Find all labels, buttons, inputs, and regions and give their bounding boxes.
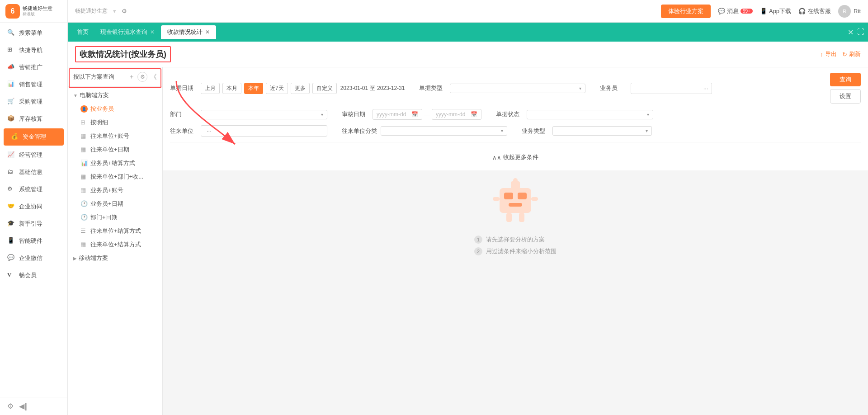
scheme-item-by-salesperson[interactable]: 👤 按业务员 [68, 102, 162, 116]
sidebar-nav: 🔍 搜索菜单 ⊞ 快捷导航 📣 营销推广 📊 销售管理 🛒 采购管理 📦 库存核… [0, 23, 67, 397]
sidebar-item-system[interactable]: ⚙ 系统管理 [0, 181, 67, 198]
scheme-item-label: 按业务员 [90, 105, 114, 113]
sidebar-item-tutorial[interactable]: 🎓 新手引导 [0, 215, 67, 232]
sidebar-item-marketing[interactable]: 📣 营销推广 [0, 59, 67, 76]
tab-expand-icon[interactable]: ⛶ [857, 28, 864, 36]
counterpart-input[interactable]: ··· [201, 125, 327, 137]
customer-service-area[interactable]: 🎧 在线客服 [798, 7, 831, 15]
date-filter-label: 单据日期 [170, 84, 197, 92]
scheme-item-salesperson-date[interactable]: 🕐 业务员+日期 [68, 197, 162, 211]
user-area[interactable]: R Rit [838, 5, 861, 18]
filter-panel: 单据日期 上月 本月 本年 近7天 更多 自定义 2023-01-01 [163, 67, 868, 170]
svg-rect-7 [493, 197, 500, 201]
collapse-filters-button[interactable]: ∧∧ 收起更多条件 [170, 150, 861, 165]
more-options-icon: ··· [703, 85, 708, 92]
notification-area[interactable]: 💬 消息 99+ [718, 7, 753, 15]
tab-cash-flow-close-icon[interactable]: ✕ [150, 29, 155, 35]
sidebar-item-member[interactable]: V 畅会员 [0, 267, 67, 284]
scheme-collapse-button[interactable]: 《 [150, 73, 157, 81]
scheme-settings-button[interactable]: ⚙ [137, 72, 147, 82]
svg-rect-4 [509, 203, 522, 207]
sidebar-item-inventory[interactable]: 📦 库存核算 [0, 110, 67, 127]
scheme-item-counterpart-account[interactable]: ▦ 往来单位+账号 [68, 129, 162, 143]
sidebar-item-label: 智能硬件 [19, 237, 42, 245]
scheme-item-by-detail[interactable]: ⊞ 按明细 [68, 116, 162, 129]
bottom-settings-icon[interactable]: ⚙ [7, 402, 14, 410]
date-dash-separator: — [424, 111, 430, 118]
scheme-item-label: 往来单位+结算方式 [90, 241, 141, 249]
scheme-item-counterpart-dept[interactable]: ▦ 按来单位+部门+收... [68, 170, 162, 184]
scheme-item-label: 业务员+账号 [90, 186, 123, 194]
scheme-item-label: 业务员+结算方式 [90, 159, 135, 167]
tab-collection-stats[interactable]: 收款情况统计 ✕ [161, 25, 216, 39]
filter-settings-button[interactable]: 设置 [830, 89, 861, 104]
date-btn-this-year[interactable]: 本年 [244, 83, 263, 94]
refresh-button[interactable]: ↻ 刷新 [842, 50, 861, 58]
query-button[interactable]: 查询 [830, 73, 861, 86]
review-date-inputs: yyyy-mm-dd 📅 — yyyy-mm-dd 📅 [373, 109, 481, 120]
corp-wechat-icon: 💬 [7, 254, 15, 262]
header-right: 体验行业方案 💬 消息 99+ 📱 App下载 🎧 在线客服 R Rit [661, 5, 861, 18]
sidebar-item-smart-hw[interactable]: 📱 智能硬件 [0, 232, 67, 250]
review-date-label: 审核日期 [342, 110, 369, 118]
sidebar-bottom: ⚙ ◀‖ [0, 397, 67, 415]
counterpart-filter: 往来单位 ··· [170, 125, 327, 137]
scheme-item-counterpart-settlement2[interactable]: ▦ 往来单位+结算方式 [68, 238, 162, 251]
finance-icon: 💰 [11, 133, 19, 141]
scheme-item-label: 往来单位+账号 [90, 132, 129, 140]
scheme-mobile-group: ▶ 移动端方案 [68, 251, 162, 265]
scheme-item-counterpart-date[interactable]: ▦ 往来单位+日期 [68, 143, 162, 156]
sidebar-item-finance[interactable]: 💰 资金管理 [4, 128, 64, 146]
tab-bar: 首页 现金银行流水查询 ✕ 收款情况统计 ✕ ✕ ⛶ [68, 23, 868, 42]
scheme-actions: ＋ ⚙ 《 [128, 72, 157, 82]
tab-cash-flow[interactable]: 现金银行流水查询 ✕ [94, 25, 161, 39]
main-content: 畅捷通好生意 ▾ ⚙ 体验行业方案 💬 消息 99+ 📱 App下载 🎧 在线客… [68, 0, 868, 415]
sidebar-item-label: 经营管理 [19, 151, 42, 159]
business-type-label: 业务类型 [522, 127, 549, 135]
tab-close-all-icon[interactable]: ✕ [848, 28, 854, 37]
tab-home[interactable]: 首页 [71, 28, 94, 36]
counterpart-category-select[interactable]: ▾ [381, 126, 507, 136]
doc-type-select[interactable]: ▾ [450, 84, 585, 93]
date-btn-last7[interactable]: 近7天 [266, 83, 288, 94]
gear-settings-icon[interactable]: ⚙ [122, 8, 127, 14]
salesperson-select[interactable]: ··· [631, 83, 712, 94]
sidebar-item-search-menu[interactable]: 🔍 搜索菜单 [0, 24, 67, 42]
scheme-item-counterpart-settlement1[interactable]: ☰ 往来单位+结算方式 [68, 224, 162, 238]
app-download-area[interactable]: 📱 App下载 [760, 7, 791, 15]
basic-info-icon: 🗂 [7, 168, 15, 176]
scheme-item-dept-date[interactable]: 🕐 部门+日期 [68, 211, 162, 224]
date-btn-this-month[interactable]: 本月 [222, 83, 241, 94]
business-type-select[interactable]: ▾ [552, 126, 652, 136]
date-range-display: 2023-01-01 至 2023-12-31 [340, 85, 405, 92]
review-date-end[interactable]: yyyy-mm-dd 📅 [432, 109, 481, 120]
bottom-collapse-icon[interactable]: ◀‖ [19, 402, 28, 410]
sidebar-item-purchase[interactable]: 🛒 采购管理 [0, 93, 67, 110]
notification-label: 消息 [727, 7, 739, 15]
sidebar-item-sales[interactable]: 📊 销售管理 [0, 76, 67, 93]
date-btn-prev-month[interactable]: 上月 [201, 83, 220, 94]
sidebar-item-quick-nav[interactable]: ⊞ 快捷导航 [0, 42, 67, 59]
scheme-item-salesperson-account[interactable]: ▦ 业务员+账号 [68, 184, 162, 197]
date-btn-more[interactable]: 更多 [291, 83, 310, 94]
scheme-item-salesperson-settlement[interactable]: 📊 业务员+结算方式 [68, 156, 162, 170]
svg-rect-8 [531, 197, 538, 201]
notification-icon: 💬 [718, 8, 725, 14]
sidebar-item-basic-info[interactable]: 🗂 基础信息 [0, 164, 67, 181]
sidebar-item-enterprise[interactable]: 🤝 企业协同 [0, 198, 67, 215]
sidebar-item-corp-wechat[interactable]: 💬 企业微信 [0, 250, 67, 267]
tab-collection-stats-close-icon[interactable]: ✕ [205, 29, 210, 35]
scheme-mobile-group-header[interactable]: ▶ 移动端方案 [68, 251, 162, 265]
scheme-add-button[interactable]: ＋ [128, 73, 135, 81]
scheme-item-label: 往来单位+结算方式 [90, 227, 141, 235]
scheme-desktop-group-header[interactable]: ▼ 电脑端方案 [68, 89, 162, 102]
counterpart-more-icon[interactable]: ··· [207, 127, 212, 134]
date-btn-custom[interactable]: 自定义 [312, 83, 337, 94]
review-date-start[interactable]: yyyy-mm-dd 📅 [373, 109, 422, 120]
scheme-item-label: 往来单位+日期 [90, 146, 129, 154]
export-button[interactable]: ↑ 导出 [821, 50, 837, 58]
sidebar-item-operations[interactable]: 📈 经营管理 [0, 146, 67, 164]
doc-status-select[interactable]: ▾ [527, 110, 653, 119]
dept-select[interactable]: ▾ [201, 110, 327, 119]
trial-button[interactable]: 体验行业方案 [661, 5, 711, 18]
